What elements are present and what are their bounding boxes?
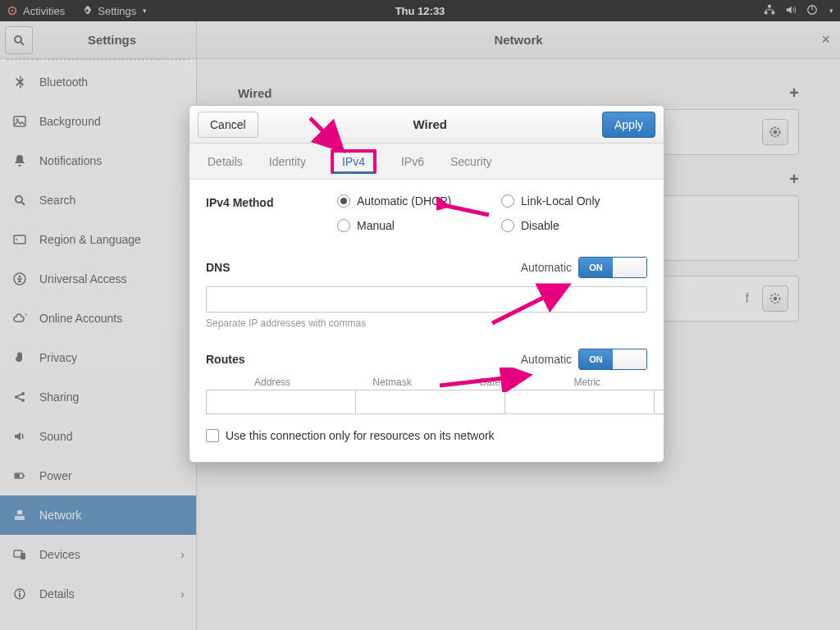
svg-point-17	[19, 276, 21, 278]
svg-point-2	[86, 9, 89, 12]
sidebar-item-privacy[interactable]: Privacy	[0, 338, 196, 377]
svg-point-12	[16, 196, 22, 203]
cancel-button[interactable]: Cancel	[198, 112, 258, 138]
panel-title: Network	[197, 33, 840, 47]
globe-icon	[11, 231, 28, 248]
radio-disable[interactable]: Disable	[501, 219, 632, 232]
sidebar-item-label: Details	[39, 587, 75, 600]
add-connection-button-2[interactable]: +	[789, 170, 799, 189]
volume-icon[interactable]	[785, 4, 797, 18]
sidebar-item-notifications[interactable]: Notifications	[0, 141, 196, 180]
bell-icon	[11, 153, 28, 169]
speaker-icon	[11, 428, 28, 445]
sidebar-item-sharing[interactable]: Sharing	[0, 377, 196, 417]
app-menu-label[interactable]: Settings	[98, 5, 136, 17]
power-icon	[11, 468, 28, 484]
svg-point-20	[21, 392, 25, 395]
sidebar-item-network[interactable]: Network	[0, 495, 196, 535]
sidebar-item-devices[interactable]: Devices›	[0, 535, 196, 574]
sidebar-item-online-accounts[interactable]: »Online Accounts	[0, 299, 196, 338]
radio-linklocal-label: Link-Local Only	[521, 194, 600, 208]
radio-link-local[interactable]: Link-Local Only	[501, 194, 632, 208]
details-icon	[11, 586, 28, 602]
hand-icon	[11, 349, 28, 366]
radio-automatic-dhcp[interactable]: Automatic (DHCP)	[337, 194, 501, 208]
sidebar-item-label: Notifications	[39, 154, 102, 167]
sidebar-item-label: Sharing	[39, 390, 79, 404]
dns-input[interactable]	[206, 286, 647, 313]
tab-ipv4[interactable]: IPv4	[331, 149, 377, 174]
route-gateway-input[interactable]	[505, 390, 655, 414]
tab-security[interactable]: Security	[449, 150, 494, 173]
sidebar-item-bluetooth[interactable]: Bluetooth	[0, 62, 196, 102]
svg-point-36	[774, 297, 777, 300]
dialog-title: Wired	[258, 117, 602, 131]
sidebar-item-power[interactable]: Power	[0, 456, 196, 495]
power-icon[interactable]	[806, 4, 818, 18]
add-connection-button[interactable]: +	[789, 84, 799, 103]
dialog-tabs: Details Identity IPv4 IPv6 Security	[189, 144, 664, 180]
route-metric-input[interactable]	[655, 390, 664, 414]
svg-rect-33	[19, 591, 21, 592]
svg-point-1	[11, 10, 14, 12]
svg-rect-3	[768, 4, 771, 7]
tab-details[interactable]: Details	[206, 150, 244, 173]
svg-rect-5	[772, 11, 775, 14]
sidebar-item-label: Network	[39, 509, 81, 522]
sidebar-item-search[interactable]: Search	[0, 180, 196, 220]
svg-line-23	[18, 398, 22, 400]
route-netmask-input[interactable]	[356, 390, 505, 414]
magnifier-icon	[11, 192, 28, 208]
tab-ipv6[interactable]: IPv6	[399, 150, 426, 173]
close-button[interactable]: ×	[821, 31, 830, 48]
route-address-input[interactable]	[206, 390, 356, 414]
ipv4-method-label: IPv4 Method	[206, 194, 304, 209]
sidebar-item-universal-access[interactable]: Universal Access	[0, 259, 196, 299]
sidebar-item-background[interactable]: Background	[0, 102, 196, 141]
network-status-icon[interactable]	[764, 4, 775, 18]
sidebar-item-region-language[interactable]: Region & Language	[0, 220, 196, 259]
radio-manual[interactable]: Manual	[337, 219, 501, 232]
gear-button[interactable]	[762, 119, 788, 145]
svg-rect-27	[15, 516, 25, 520]
cloud-icon: »	[11, 310, 28, 326]
share-icon	[11, 389, 28, 405]
radio-automatic-label: Automatic (DHCP)	[357, 194, 451, 208]
connection-dialog: Cancel Wired Apply Details Identity IPv4…	[189, 105, 664, 463]
radio-manual-label: Manual	[357, 219, 395, 232]
svg-rect-10	[14, 116, 25, 126]
col-address: Address	[206, 377, 339, 388]
svg-rect-25	[23, 475, 25, 477]
sidebar-item-label: Devices	[39, 548, 80, 561]
system-menu-caret-icon[interactable]: ▾	[829, 7, 833, 15]
sidebar-item-label: Background	[39, 115, 101, 128]
activities-icon	[7, 5, 18, 16]
sidebar-item-details[interactable]: Details›	[0, 574, 196, 614]
sidebar-item-label: Universal Access	[39, 272, 127, 285]
chevron-right-icon: ›	[180, 548, 185, 561]
sidebar-item-label: Bluetooth	[39, 75, 88, 89]
routes-automatic-toggle[interactable]: ON	[578, 349, 647, 370]
apply-button[interactable]: Apply	[602, 112, 655, 138]
tab-identity[interactable]: Identity	[267, 150, 308, 173]
devices-icon	[11, 546, 28, 563]
resources-checkbox-label: Use this connection only for resources o…	[226, 429, 495, 442]
svg-rect-4	[765, 11, 768, 14]
radio-disable-label: Disable	[521, 219, 559, 232]
routes-automatic-label: Automatic	[521, 353, 572, 366]
svg-line-22	[18, 395, 22, 397]
sidebar-item-label: Sound	[39, 430, 72, 443]
svg-point-21	[21, 399, 25, 402]
search-button[interactable]	[5, 26, 33, 54]
bluetooth-icon	[11, 74, 28, 90]
gear-button-3[interactable]	[762, 285, 788, 312]
resources-checkbox[interactable]	[206, 429, 219, 442]
clock-label[interactable]: Thu 12:33	[395, 5, 445, 17]
network-icon	[11, 507, 28, 523]
activities-label[interactable]: Activities	[23, 5, 65, 17]
dns-automatic-toggle[interactable]: ON	[578, 257, 647, 278]
sidebar: Settings BluetoothBackgroundNotification…	[0, 21, 197, 630]
sidebar-item-sound[interactable]: Sound	[0, 417, 196, 456]
svg-point-15	[16, 239, 17, 240]
chevron-right-icon: ›	[180, 587, 185, 600]
